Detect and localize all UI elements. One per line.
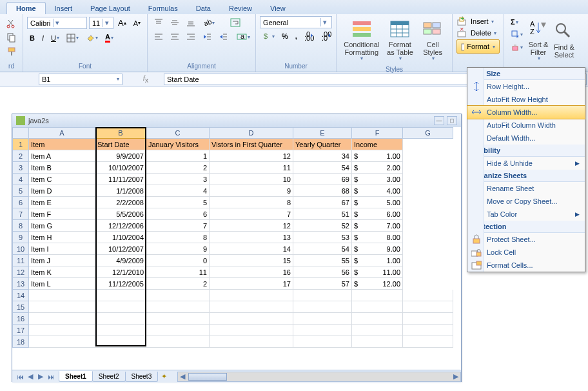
cell-D18[interactable] xyxy=(210,336,293,348)
menu-protect-sheet[interactable]: Protect Sheet... xyxy=(467,233,585,246)
cell-F8[interactable]: $7.00 xyxy=(352,220,403,232)
cell-F10[interactable]: $9.00 xyxy=(352,243,403,255)
cell-B5[interactable]: 1/1/2008 xyxy=(95,185,146,197)
cell-E17[interactable] xyxy=(293,325,352,336)
row-header-4[interactable]: 4 xyxy=(12,174,29,185)
cell-E13[interactable]: 57 xyxy=(293,278,352,290)
cell-E18[interactable] xyxy=(293,336,352,348)
cell-C13[interactable]: 2 xyxy=(146,278,210,290)
cell-B4[interactable]: 11/11/2007 xyxy=(95,174,146,185)
sheet-nav-next[interactable]: ▶ xyxy=(35,372,46,382)
cell-A1[interactable]: Item xyxy=(29,139,95,150)
cell-F15[interactable] xyxy=(352,301,403,313)
number-format-combo[interactable]: General▾ xyxy=(260,16,332,28)
align-middle-button[interactable] xyxy=(168,16,182,29)
cell-E8[interactable]: 52 xyxy=(293,220,352,232)
cell-E3[interactable]: 54 xyxy=(293,162,352,174)
cell-D17[interactable] xyxy=(210,325,293,336)
cell-D16[interactable] xyxy=(210,313,293,325)
clear-button[interactable]: ▾ xyxy=(508,41,525,54)
accounting-format-button[interactable]: $▾ xyxy=(260,30,277,43)
cell-A18[interactable] xyxy=(29,336,95,348)
row-header-3[interactable]: 3 xyxy=(12,162,29,174)
menu-row-height[interactable]: Row Height... xyxy=(467,80,585,93)
cell-F3[interactable]: $2.00 xyxy=(352,162,403,174)
row-header-16[interactable]: 16 xyxy=(12,313,29,325)
format-painter-button[interactable] xyxy=(4,45,19,59)
cell-G15[interactable] xyxy=(403,301,453,313)
find-select-button[interactable]: Find & Select xyxy=(551,16,577,65)
cell-F2[interactable]: $1.00 xyxy=(352,150,403,162)
cell-G17[interactable] xyxy=(403,325,453,336)
cell-E15[interactable] xyxy=(293,301,352,313)
menu-autofit-row[interactable]: AutoFit Row Height xyxy=(467,93,585,106)
conditional-formatting-button[interactable]: Conditional Formatting ▾ xyxy=(340,16,383,65)
cell-C3[interactable]: 2 xyxy=(146,162,210,174)
cell-B11[interactable]: 4/9/2009 xyxy=(95,255,146,266)
cell-E14[interactable] xyxy=(293,290,352,301)
cell-D2[interactable]: 12 xyxy=(210,150,293,162)
increase-indent-button[interactable] xyxy=(216,30,230,43)
row-header-17[interactable]: 17 xyxy=(12,325,29,336)
align-top-button[interactable] xyxy=(152,16,166,29)
comma-button[interactable]: , xyxy=(293,30,300,42)
cell-B14[interactable] xyxy=(95,290,146,301)
cell-A4[interactable]: Item C xyxy=(29,174,95,185)
cell-E11[interactable]: 55 xyxy=(293,255,352,266)
cell-A6[interactable]: Item E xyxy=(29,197,95,208)
cell-C1[interactable]: January Visitors xyxy=(146,139,210,150)
row-header-12[interactable]: 12 xyxy=(12,266,29,278)
cell-E12[interactable]: 56 xyxy=(293,266,352,278)
cell-E1[interactable]: Yearly Quarter xyxy=(293,139,352,150)
copy-button[interactable] xyxy=(4,30,19,45)
menu-tab-color[interactable]: Tab Color▶ xyxy=(467,208,585,221)
cell-C8[interactable]: 7 xyxy=(146,220,210,232)
cell-D15[interactable] xyxy=(210,301,293,313)
row-header-7[interactable]: 7 xyxy=(12,208,29,220)
row-header-2[interactable]: 2 xyxy=(12,150,29,162)
fill-color-button[interactable]: ▾ xyxy=(83,32,101,45)
column-header-D[interactable]: D xyxy=(210,127,293,139)
ribbon-tab-view[interactable]: View xyxy=(261,3,295,14)
cell-E16[interactable] xyxy=(293,313,352,325)
row-header-1[interactable]: 1 xyxy=(12,139,29,150)
cell-F1[interactable]: Income xyxy=(352,139,403,150)
font-name-combo[interactable]: Calibri▾ xyxy=(27,17,87,29)
cell-D9[interactable]: 13 xyxy=(210,232,293,243)
row-header-18[interactable]: 18 xyxy=(12,336,29,348)
format-as-table-button[interactable]: Format as Table ▾ xyxy=(383,16,418,65)
grow-font-button[interactable]: A▴ xyxy=(115,16,129,30)
cell-F17[interactable] xyxy=(352,325,403,336)
column-header-F[interactable]: F xyxy=(352,127,403,139)
border-button[interactable]: ▾ xyxy=(64,32,81,45)
decrease-indent-button[interactable] xyxy=(200,30,214,43)
menu-hide-unhide[interactable]: Hide & Unhide▶ xyxy=(467,157,585,170)
orientation-button[interactable]: ab▾ xyxy=(200,16,217,29)
cell-C6[interactable]: 5 xyxy=(146,197,210,208)
cell-D12[interactable]: 16 xyxy=(210,266,293,278)
new-sheet-button[interactable]: ✦ xyxy=(157,371,171,382)
worksheet-grid[interactable]: ABCDEFG 123456789101112131415161718 Item… xyxy=(12,127,461,370)
row-header-5[interactable]: 5 xyxy=(12,185,29,197)
cell-E7[interactable]: 51 xyxy=(293,208,352,220)
cell-B10[interactable]: 10/12/2007 xyxy=(95,243,146,255)
underline-button[interactable]: U▾ xyxy=(48,32,62,44)
cell-C16[interactable] xyxy=(146,313,210,325)
cell-styles-button[interactable]: Cell Styles ▾ xyxy=(417,16,448,65)
row-header-11[interactable]: 11 xyxy=(12,255,29,266)
cell-G14[interactable] xyxy=(403,290,453,301)
cell-D4[interactable]: 10 xyxy=(210,174,293,185)
row-header-6[interactable]: 6 xyxy=(12,197,29,208)
cell-C15[interactable] xyxy=(146,301,210,313)
cell-A5[interactable]: Item D xyxy=(29,185,95,197)
percent-button[interactable]: % xyxy=(279,30,291,42)
ribbon-tab-pagelayout[interactable]: Page Layout xyxy=(81,3,139,14)
row-header-13[interactable]: 13 xyxy=(12,278,29,290)
cell-C12[interactable]: 11 xyxy=(146,266,210,278)
sheet-tab-3[interactable]: Sheet3 xyxy=(125,372,159,382)
sheet-nav-last[interactable]: ⏭ xyxy=(46,372,56,382)
cell-B7[interactable]: 5/5/2006 xyxy=(95,208,146,220)
cell-B9[interactable]: 1/10/2004 xyxy=(95,232,146,243)
column-header-A[interactable]: A xyxy=(29,127,95,139)
cell-D13[interactable]: 17 xyxy=(210,278,293,290)
